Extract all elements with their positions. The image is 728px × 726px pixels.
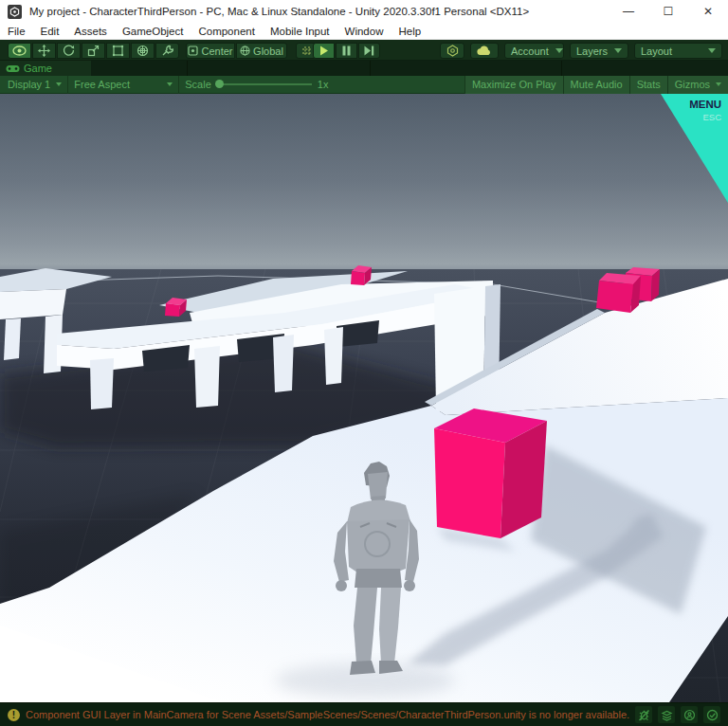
chevron-down-icon bbox=[56, 82, 62, 86]
account-dropdown[interactable]: Account bbox=[504, 43, 564, 59]
menu-window[interactable]: Window bbox=[337, 23, 391, 40]
mute-audio-toggle[interactable]: Mute Audio bbox=[563, 76, 629, 94]
chevron-down-icon bbox=[708, 48, 716, 53]
menu-component[interactable]: Component bbox=[191, 23, 262, 40]
scale-icon bbox=[87, 45, 100, 57]
collab-sync-icon[interactable] bbox=[681, 706, 698, 723]
transform-tool-button[interactable] bbox=[131, 43, 155, 59]
grid-snap-icon bbox=[301, 45, 313, 57]
menubar: File Edit Assets GameObject Component Mo… bbox=[0, 23, 728, 40]
stats-label: Stats bbox=[637, 79, 661, 90]
debug-disabled-icon[interactable] bbox=[635, 706, 652, 723]
menu-mobile-input[interactable]: Mobile Input bbox=[263, 23, 337, 40]
menu-file[interactable]: File bbox=[0, 23, 33, 40]
pivot-label: Center bbox=[201, 45, 232, 57]
tab-strip: Game bbox=[0, 61, 728, 76]
layout-label: Layout bbox=[641, 45, 672, 57]
menu-help[interactable]: Help bbox=[391, 23, 428, 40]
menu-edit[interactable]: Edit bbox=[33, 23, 67, 40]
scale-slider-knob[interactable] bbox=[215, 80, 224, 88]
cache-server-icon[interactable] bbox=[658, 706, 675, 723]
scene-render: MENU ESC bbox=[0, 94, 728, 702]
scale-tool-button[interactable] bbox=[82, 43, 105, 59]
cloud-icon bbox=[477, 45, 492, 56]
chevron-down-icon bbox=[716, 82, 721, 86]
unity-logo-icon bbox=[8, 5, 22, 19]
game-view-toolbar: Display 1 Free Aspect Scale 1x Maximize … bbox=[0, 76, 728, 94]
globe-icon bbox=[240, 45, 250, 56]
game-viewport[interactable]: MENU ESC bbox=[0, 94, 728, 702]
scale-slider[interactable] bbox=[217, 83, 312, 85]
pause-icon bbox=[342, 45, 351, 56]
play-icon bbox=[319, 45, 329, 56]
layout-dropdown[interactable]: Layout bbox=[634, 43, 722, 59]
main-toolbar: Center Global Account Layers Layout bbox=[0, 40, 728, 61]
progress-check-icon[interactable] bbox=[703, 706, 720, 723]
gizmos-dropdown[interactable]: Gizmos bbox=[667, 76, 728, 94]
scale-control: Scale 1x bbox=[179, 76, 334, 94]
move-icon bbox=[38, 45, 50, 57]
status-message[interactable]: Component GUI Layer in MainCamera for Sc… bbox=[26, 709, 629, 720]
tab-game-label: Game bbox=[24, 63, 52, 74]
menu-overlay-title[interactable]: MENU bbox=[689, 99, 721, 110]
window-titlebar: My project - CharacterThirdPerson - PC, … bbox=[0, 0, 728, 23]
gamepad-icon bbox=[6, 64, 20, 73]
layers-dropdown[interactable]: Layers bbox=[570, 43, 628, 59]
status-bar: ! Component GUI Layer in MainCamera for … bbox=[0, 702, 728, 726]
gizmos-label: Gizmos bbox=[675, 79, 710, 90]
layers-label: Layers bbox=[576, 45, 608, 57]
pause-button[interactable] bbox=[336, 43, 357, 59]
menu-assets[interactable]: Assets bbox=[66, 23, 115, 40]
plastic-scm-button[interactable] bbox=[440, 43, 464, 59]
pink-cube-large bbox=[434, 408, 547, 538]
rotate-icon bbox=[63, 45, 75, 57]
rotate-tool-button[interactable] bbox=[57, 43, 81, 59]
rect-icon bbox=[112, 45, 124, 57]
maximize-on-play-toggle[interactable]: Maximize On Play bbox=[464, 76, 563, 94]
custom-tool-button[interactable] bbox=[155, 43, 179, 59]
chevron-down-icon bbox=[167, 82, 173, 86]
move-tool-button[interactable] bbox=[32, 43, 56, 59]
scale-value: 1x bbox=[318, 79, 329, 90]
aspect-label: Free Aspect bbox=[74, 79, 130, 90]
warning-icon: ! bbox=[8, 709, 20, 721]
display-dropdown[interactable]: Display 1 bbox=[0, 76, 67, 94]
chevron-down-icon bbox=[555, 48, 563, 53]
menu-gameobject[interactable]: GameObject bbox=[115, 23, 191, 40]
step-button[interactable] bbox=[358, 43, 380, 59]
pivot-toggle-button[interactable]: Center bbox=[186, 43, 235, 59]
close-button[interactable]: ✕ bbox=[688, 0, 728, 23]
tab-separator bbox=[187, 61, 188, 76]
tab-game[interactable]: Game bbox=[0, 61, 91, 76]
chevron-down-icon bbox=[614, 48, 622, 53]
tab-separator bbox=[370, 61, 371, 76]
rect-tool-button[interactable] bbox=[106, 43, 130, 59]
stats-toggle[interactable]: Stats bbox=[629, 76, 667, 94]
step-icon bbox=[364, 45, 374, 56]
cloud-services-button[interactable] bbox=[470, 43, 499, 59]
tab-separator bbox=[561, 61, 562, 76]
maximize-button[interactable]: ☐ bbox=[648, 0, 688, 23]
version-control-icon bbox=[446, 45, 459, 57]
sky bbox=[0, 94, 728, 270]
aspect-dropdown[interactable]: Free Aspect bbox=[68, 76, 178, 94]
window-title: My project - CharacterThirdPerson - PC, … bbox=[29, 6, 529, 17]
display-label: Display 1 bbox=[8, 79, 50, 90]
space-toggle-button[interactable]: Global bbox=[236, 43, 287, 59]
play-button[interactable] bbox=[313, 43, 335, 59]
view-tool-button[interactable] bbox=[8, 43, 31, 59]
minimize-button[interactable]: — bbox=[609, 0, 648, 23]
transform-icon bbox=[136, 45, 149, 57]
mute-audio-label: Mute Audio bbox=[571, 79, 623, 90]
eye-icon bbox=[12, 45, 27, 56]
maximize-on-play-label: Maximize On Play bbox=[472, 79, 556, 90]
scale-label: Scale bbox=[185, 79, 211, 90]
wrench-icon bbox=[161, 45, 173, 57]
pivot-icon bbox=[188, 45, 198, 56]
account-label: Account bbox=[511, 45, 549, 57]
menu-overlay-esc-hint: ESC bbox=[702, 112, 721, 122]
space-label: Global bbox=[253, 45, 283, 57]
